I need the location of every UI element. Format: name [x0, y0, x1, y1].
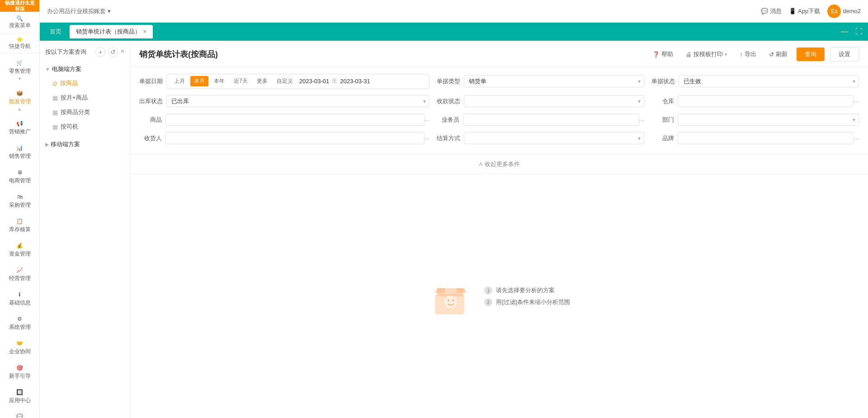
- quick-nav-icon: ⭐: [0, 36, 39, 43]
- sidebar-item-marketing[interactable]: 📢 营销推广: [0, 116, 39, 140]
- by-category-icon: ▦: [52, 109, 58, 116]
- inventory-icon: 📋: [16, 218, 23, 224]
- filter-panel-title: 按以下方案查询: [45, 48, 86, 56]
- salesman-dots-btn[interactable]: ···: [639, 116, 645, 124]
- filter-sub-by-driver[interactable]: ▦ 按司机: [40, 119, 130, 134]
- tab-bar-actions: — ⛶: [839, 26, 864, 38]
- warehouse-dots-btn[interactable]: ···: [854, 98, 859, 105]
- date-range-picker[interactable]: 上月 本月 本年 近7天 更多 自定义 2023-03-01 至 2023-03…: [166, 74, 429, 89]
- type-select[interactable]: 销货单: [464, 75, 644, 87]
- app-download-btn[interactable]: 📱 App下载: [789, 7, 820, 15]
- quick-nav[interactable]: ⭐ 快捷导航: [0, 33, 39, 53]
- out-status-select[interactable]: 已出库: [166, 95, 429, 107]
- goods-dots-btn[interactable]: ···: [425, 116, 430, 124]
- settings-button[interactable]: 设置: [830, 47, 859, 62]
- salesman-wrap: ···: [463, 114, 644, 126]
- main-area: 办公用品行业模拟账套 ▾ 💬 消息 📱 App下载 Ea demo2 首页: [40, 0, 868, 418]
- sales-icon: 📊: [16, 145, 23, 151]
- empty-svg: [428, 274, 473, 319]
- svg-point-6: [452, 299, 454, 301]
- sidebar-item-finance[interactable]: 💰 资金管理: [0, 238, 39, 262]
- collapse-filters-btn[interactable]: ∧ 收起更多条件: [473, 158, 526, 170]
- tab-expand-btn[interactable]: ⛶: [854, 26, 864, 38]
- filter-refresh-btn[interactable]: ↺: [108, 47, 118, 57]
- sidebar-search[interactable]: 🔍 搜索菜单: [0, 12, 39, 33]
- tab-home-label: 首页: [50, 28, 61, 36]
- type-select-wrap: 销货单 ▾: [464, 75, 644, 87]
- hint-text-2: 用[过滤]条件来缩小分析范围: [496, 298, 570, 306]
- date-tab-last-month[interactable]: 上月: [170, 76, 189, 86]
- receiver-dots-btn[interactable]: ···: [425, 135, 430, 142]
- message-btn[interactable]: 💬 消息: [761, 7, 782, 15]
- help-btn[interactable]: ❓ 帮助: [649, 48, 677, 60]
- help-icon: ❓: [652, 51, 660, 58]
- date-tab-this-year[interactable]: 本年: [210, 76, 228, 86]
- by-product-icon: ⊙: [52, 80, 57, 87]
- date-tabs: 上月 本月 本年 近7天 更多 自定义: [170, 76, 297, 86]
- type-field: 单据类型 销货单 ▾: [437, 75, 644, 87]
- sidebar-item-app-center[interactable]: 🔲 应用中心: [0, 385, 39, 409]
- brand-dots-btn[interactable]: ···: [854, 135, 859, 142]
- user-profile[interactable]: Ea demo2: [827, 5, 861, 18]
- filter-row-4: 收货人 ··· 结算方式 ▾ 品牌: [139, 132, 859, 144]
- search-icon: 🔍: [3, 15, 37, 22]
- sidebar-item-system[interactable]: ⚙ 系统管理: [0, 311, 39, 336]
- payment-input[interactable]: [464, 132, 644, 144]
- tab-active[interactable]: 销货单统计表（按商品） ×: [70, 25, 153, 38]
- recv-status-input[interactable]: [464, 95, 644, 107]
- receiver-field: 收货人 ···: [139, 132, 429, 144]
- svg-marker-3: [456, 288, 467, 293]
- date-tab-custom[interactable]: 自定义: [273, 76, 297, 86]
- enterprise-icon: 🤝: [16, 340, 23, 347]
- sidebar-item-wechat[interactable]: 💬 企业微信: [0, 409, 39, 418]
- date-tab-more[interactable]: 更多: [253, 76, 271, 86]
- industry-label: 办公用品行业模拟账套: [47, 7, 106, 15]
- sidebar-item-operations[interactable]: 📈 经营管理: [0, 262, 39, 287]
- sidebar-item-guide[interactable]: 🎯 新手引导: [0, 360, 39, 385]
- export-btn[interactable]: ↑ 导出: [736, 48, 760, 60]
- user-name: demo2: [843, 8, 861, 14]
- inventory-label: 库存核算: [9, 226, 31, 233]
- print-btn[interactable]: 🖨 按模板打印 ▾: [682, 48, 731, 60]
- by-month-product-icon: ▦: [52, 95, 58, 101]
- wholesale-label: 批发管理: [9, 98, 31, 105]
- print-arrow: ▾: [725, 52, 727, 57]
- sidebar-item-inventory[interactable]: 📋 库存核算: [0, 214, 39, 238]
- sidebar-item-ecommerce[interactable]: 🖥 电商管理: [0, 165, 39, 189]
- filter-sub-by-product[interactable]: ⊙ 按商品: [40, 76, 130, 90]
- sidebar-item-retail[interactable]: 🛒 零售管理 ▼: [0, 55, 39, 86]
- finance-label: 资金管理: [9, 250, 31, 258]
- sidebar-item-purchase[interactable]: 🛍 采购管理: [0, 189, 39, 214]
- warehouse-input[interactable]: [678, 95, 854, 107]
- industry-selector[interactable]: 办公用品行业模拟账套 ▾: [47, 7, 111, 15]
- dept-input[interactable]: [678, 114, 859, 126]
- tab-minimize-btn[interactable]: —: [839, 26, 850, 38]
- filter-add-btn[interactable]: +: [95, 47, 105, 57]
- salesman-label: 业务员: [437, 116, 459, 124]
- refresh-btn[interactable]: ↺ 刷新: [765, 48, 791, 60]
- by-month-product-label: 按月+商品: [61, 94, 88, 102]
- filter-sub-by-product-category[interactable]: ▦ 按商品分类: [40, 105, 130, 119]
- app-logo[interactable]: 畅捷通好生意 标版: [0, 0, 39, 12]
- receiver-input[interactable]: [165, 132, 425, 144]
- main-content: 销货单统计表(按商品) ❓ 帮助 🖨 按模板打印 ▾ ↑ 导出: [130, 41, 868, 418]
- brand-input[interactable]: [678, 132, 854, 144]
- tab-close-icon[interactable]: ×: [143, 28, 146, 35]
- goods-input[interactable]: [165, 114, 425, 126]
- sidebar-item-basic-info[interactable]: ℹ 基础信息: [0, 287, 39, 311]
- salesman-input[interactable]: [463, 114, 639, 126]
- query-button[interactable]: 查询: [797, 48, 825, 61]
- filter-collapse-btn[interactable]: «: [121, 47, 124, 57]
- filter-group-pc-header[interactable]: ▼ 电脑端方案: [40, 62, 130, 76]
- sidebar-item-sales[interactable]: 📊 销售管理: [0, 140, 39, 165]
- date-tab-this-month[interactable]: 本月: [190, 76, 208, 86]
- filter-sub-by-month-product[interactable]: ▦ 按月+商品: [40, 90, 130, 105]
- message-icon: 💬: [761, 8, 768, 14]
- filter-group-mobile-header[interactable]: ▶ 移动端方案: [40, 138, 130, 151]
- status-select[interactable]: 已生效: [679, 75, 859, 87]
- tab-home[interactable]: 首页: [43, 25, 68, 38]
- date-tab-7days[interactable]: 近7天: [230, 76, 251, 86]
- sidebar-item-enterprise[interactable]: 🤝 企业协同: [0, 336, 39, 360]
- sidebar-item-wholesale[interactable]: 📦 批发管理 ▲: [0, 86, 39, 116]
- top-header: 办公用品行业模拟账套 ▾ 💬 消息 📱 App下载 Ea demo2: [40, 0, 868, 23]
